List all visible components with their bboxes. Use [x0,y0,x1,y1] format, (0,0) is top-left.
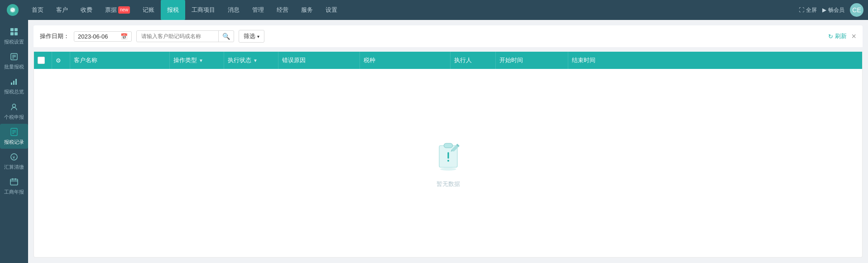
col-exec-status-label: 执行状态 [228,56,251,64]
batch-tax-icon [10,52,19,63]
filter-icon-status[interactable]: ▼ [253,58,258,63]
th-settings[interactable]: ⚙ [52,52,70,69]
fullscreen-icon: ⛶ [799,7,804,13]
svg-rect-3 [14,28,18,31]
search-button[interactable]: 🔍 [218,31,234,42]
content-area: 操作日期： 📅 🔍 筛选 ▾ ↻ 刷新 × [28,20,868,263]
th-client-name: 客户名称 [70,52,170,69]
col-start-time-label: 开始时间 [499,56,523,64]
nav-business[interactable]: 工商项目 [185,0,221,20]
th-checkbox[interactable] [34,52,52,69]
search-input[interactable] [137,31,218,41]
svg-rect-25 [444,143,452,148]
tax-overview-icon [10,77,19,88]
th-operation-type: 操作类型 ▼ [170,52,224,69]
nav-manage[interactable]: 管理 [246,0,270,20]
refresh-button[interactable]: ↻ 刷新 [828,32,847,40]
tax-settings-label: 报税设置 [4,39,24,45]
sidebar-item-batch-tax[interactable]: 批量报税 [0,49,28,73]
empty-illustration [430,138,466,175]
top-nav-right: ⛶ 全屏 ▶ 畅会员 CE [799,3,863,17]
svg-point-27 [447,160,449,161]
sidebar-item-tax-records[interactable]: 报税记录 [0,124,28,149]
personal-tax-icon [10,102,19,113]
empty-text: 暂无数据 [436,180,460,188]
filter-button[interactable]: 筛选 ▾ [239,30,264,43]
svg-rect-23 [15,178,16,180]
svg-rect-2 [10,28,14,31]
nav-settings[interactable]: 设置 [319,0,344,20]
col-operation-type-label: 操作类型 [173,56,197,64]
col-end-time-label: 结束时间 [572,56,595,64]
filter-icon-operation[interactable]: ▼ [199,58,203,63]
toolbar: 操作日期： 📅 🔍 筛选 ▾ ↻ 刷新 × [34,25,863,47]
user-avatar[interactable]: CE [850,3,863,17]
refresh-label: 刷新 [835,32,847,40]
column-settings-icon: ⚙ [56,57,61,64]
svg-rect-5 [14,32,18,35]
date-picker[interactable]: 📅 [74,31,132,42]
th-tax-type: 税种 [360,52,451,69]
sidebar-item-personal-tax[interactable]: 个税申报 [0,99,28,124]
th-start-time: 开始时间 [496,52,568,69]
sidebar-item-annual-report[interactable]: 工商年报 [0,174,28,199]
select-all-checkbox[interactable] [38,57,45,64]
settlement-icon: ¥ [10,152,19,163]
search-wrap: 🔍 [136,30,234,42]
chevron-down-icon: ▾ [257,34,259,39]
date-label: 操作日期： [40,32,69,40]
date-input[interactable] [78,33,119,40]
svg-rect-11 [13,81,14,85]
nav-ticket[interactable]: 票据 new [99,0,136,20]
play-icon: ▶ [822,7,826,13]
tax-settings-icon [10,27,19,38]
nav-service[interactable]: 服务 [295,0,319,20]
sidebar-item-settlement[interactable]: ¥ 汇算清缴 [0,149,28,174]
batch-tax-label: 批量报税 [4,64,24,70]
close-button[interactable]: × [851,32,856,40]
tax-records-icon [10,127,19,138]
th-executor: 执行人 [451,52,496,69]
svg-rect-10 [11,83,12,85]
svg-text:¥: ¥ [12,155,15,160]
svg-rect-26 [447,152,449,158]
tax-overview-label: 报税总览 [4,89,24,95]
nav-bookkeeping[interactable]: 记账 [136,0,161,20]
table-body: 暂无数据 [34,69,862,257]
svg-rect-22 [12,178,13,180]
th-exec-status: 执行状态 ▼ [224,52,278,69]
col-error-reason-label: 错误原因 [282,56,306,64]
svg-rect-20 [10,179,18,185]
nav-operation[interactable]: 经营 [270,0,295,20]
table-container: ⚙ 客户名称 操作类型 ▼ 执行状态 ▼ 错误原因 税种 [34,52,863,258]
annual-report-icon [10,177,19,188]
personal-tax-label: 个税申报 [4,114,24,120]
fullscreen-label: 全屏 [806,6,817,14]
nav-fee[interactable]: 收费 [74,0,99,20]
nav-home[interactable]: 首页 [25,0,50,20]
calendar-icon: 📅 [120,33,128,40]
th-error-reason: 错误原因 [278,52,360,69]
fullscreen-button[interactable]: ⛶ 全屏 [799,6,817,14]
nav-message[interactable]: 消息 [221,0,246,20]
app-logo [5,2,21,18]
member-button[interactable]: ▶ 畅会员 [822,6,844,14]
top-navigation: 首页 客户 收费 票据 new 记账 报税 工商项目 消息 管理 经营 服务 设… [0,0,868,20]
settlement-label: 汇算清缴 [4,164,24,170]
refresh-icon: ↻ [828,33,833,40]
table-header: ⚙ 客户名称 操作类型 ▼ 执行状态 ▼ 错误原因 税种 [34,52,862,69]
nav-tax[interactable]: 报税 [161,0,185,20]
svg-point-28 [440,167,456,170]
empty-state: 暂无数据 [421,129,475,197]
annual-report-label: 工商年报 [4,189,24,195]
th-end-time: 结束时间 [568,52,623,69]
nav-client[interactable]: 客户 [50,0,74,20]
col-executor-label: 执行人 [454,56,472,64]
sidebar-item-tax-overview[interactable]: 报税总览 [0,73,28,98]
sidebar-item-tax-settings[interactable]: 报税设置 [0,24,28,49]
main-layout: 报税设置 批量报税 报税总览 [0,20,868,263]
nav-items: 首页 客户 收费 票据 new 记账 报税 工商项目 消息 管理 经营 服务 设… [25,0,799,20]
sidebar: 报税设置 批量报税 报税总览 [0,20,28,263]
col-tax-type-label: 税种 [364,56,375,64]
svg-point-13 [13,104,16,107]
